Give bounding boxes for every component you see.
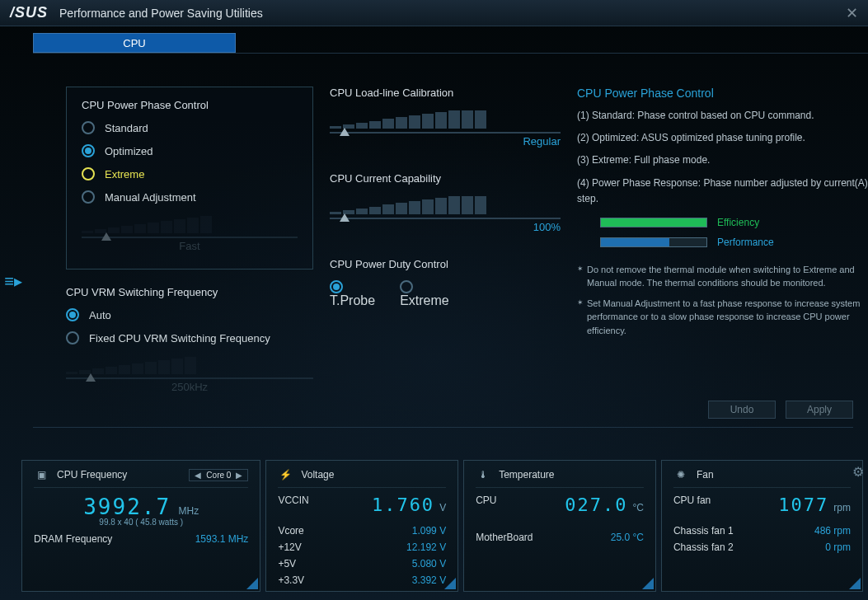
chevron-right-icon[interactable]: ▶	[234, 471, 244, 480]
tab-cpu[interactable]: CPU	[33, 33, 236, 53]
help-title: CPU Power Phase Control	[577, 87, 868, 100]
chevron-left-icon[interactable]: ◀	[193, 471, 203, 480]
performance-label: Performance	[717, 237, 774, 248]
phase-slider-bars	[82, 215, 298, 233]
help-l2: (2) Optimized: ASUS optimized phase tuni…	[577, 130, 868, 146]
current-bars	[330, 196, 561, 214]
cpu-freq-panel: ▣ CPU Frequency ◀ Core 0 ▶ 3992.7 MHz 99…	[21, 460, 260, 592]
temperature-label: Temperature	[499, 469, 554, 480]
loadline-value: Regular	[330, 135, 561, 148]
radio-duty-extreme[interactable]: Extreme	[400, 280, 449, 308]
asus-logo: /SUS	[10, 4, 48, 21]
efficiency-label: Efficiency	[717, 217, 759, 228]
help-l3: (3) Extreme: Full phase mode.	[577, 152, 868, 168]
cpu-temp-label: CPU	[476, 495, 496, 515]
performance-bar-row: Performance	[600, 237, 868, 248]
current-title: CPU Current Capability	[330, 172, 561, 185]
vrm-khz: 250kHz	[66, 381, 313, 393]
phase-slider	[82, 237, 298, 238]
loadline-slider[interactable]	[330, 132, 561, 134]
vccin-value: 1.760	[372, 495, 434, 515]
main-content: ≡▸ CPU Power Phase Control Standard Opti…	[33, 54, 853, 428]
fan-panel: ⚙ ✺ Fan CPU fan 1077rpm Chassis fan 1486…	[661, 460, 863, 592]
phase-fast-label: Fast	[82, 240, 298, 252]
fan-icon: ✺	[673, 467, 688, 482]
vrm-slider	[66, 377, 313, 379]
vrm-title: CPU VRM Switching Frequency	[66, 286, 313, 298]
expand-handle-icon[interactable]: ≡▸	[0, 268, 26, 294]
cpu-fan-value: 1077	[778, 495, 828, 515]
thermometer-icon: 🌡	[476, 467, 490, 482]
duty-title: CPU Power Duty Control	[330, 258, 561, 270]
mb-temp-label: MotherBoard	[476, 532, 533, 543]
help-note2: Set Manual Adjustment to a fast phase re…	[577, 297, 868, 338]
cpu-icon: ▣	[34, 467, 49, 482]
radio-manual[interactable]: Manual Adjustment	[82, 190, 298, 204]
radio-standard[interactable]: Standard	[82, 121, 298, 134]
cpu-freq-label: CPU Frequency	[57, 469, 127, 480]
gear-icon[interactable]: ⚙	[852, 464, 864, 480]
core-spinner[interactable]: ◀ Core 0 ▶	[189, 469, 248, 481]
apply-button[interactable]: Apply	[786, 401, 853, 419]
phase-title: CPU Power Phase Control	[82, 99, 298, 111]
close-icon[interactable]: ✕	[846, 4, 858, 22]
phase-control-panel: CPU Power Phase Control Standard Optimiz…	[66, 87, 313, 270]
radio-vrm-fixed[interactable]: Fixed CPU VRM Switching Frequency	[66, 331, 313, 345]
cpu-mhz: 3992.7	[83, 495, 171, 519]
radio-duty-tprobe[interactable]: T.Probe	[330, 280, 375, 308]
help-note1: Do not remove the thermal module when sw…	[577, 263, 868, 290]
resize-icon[interactable]	[849, 578, 861, 589]
radio-extreme[interactable]: Extreme	[82, 167, 298, 180]
window-title: Performance and Power Saving Utilities	[59, 7, 846, 20]
fan-label: Fan	[697, 469, 714, 480]
dram-value: 1593.1 MHz	[195, 533, 249, 545]
cpu-temp-value: 027.0	[565, 495, 627, 515]
vrm-slider-bars	[66, 356, 313, 374]
temperature-panel: 🌡 Temperature CPU 027.0°C MotherBoard 25…	[463, 460, 656, 592]
undo-button[interactable]: Undo	[708, 401, 776, 419]
resize-icon[interactable]	[642, 578, 654, 589]
dram-label: DRAM Frequency	[34, 533, 112, 545]
current-slider[interactable]	[330, 218, 561, 219]
voltage-panel: ⚡ Voltage VCCIN 1.760V Vcore1.099 V +12V…	[265, 460, 458, 592]
cpu-sub: 99.8 x 40 ( 45.8 watts )	[34, 518, 248, 527]
cpu-fan-label: CPU fan	[673, 495, 711, 515]
help-l1: (1) Standard: Phase control based on CPU…	[577, 108, 868, 124]
loadline-title: CPU Load-line Calibration	[330, 87, 561, 99]
vccin-label: VCCIN	[278, 495, 308, 515]
current-value: 100%	[330, 221, 561, 233]
radio-optimized[interactable]: Optimized	[82, 144, 298, 157]
mb-temp-value: 25.0 °C	[611, 532, 644, 543]
voltage-label: Voltage	[301, 469, 334, 480]
radio-vrm-auto[interactable]: Auto	[66, 308, 313, 321]
status-bar: ▣ CPU Frequency ◀ Core 0 ▶ 3992.7 MHz 99…	[21, 460, 863, 592]
titlebar: /SUS Performance and Power Saving Utilit…	[0, 0, 868, 26]
help-l4: (4) Power Phase Response: Phase number a…	[577, 176, 868, 207]
resize-icon[interactable]	[246, 578, 258, 589]
bolt-icon: ⚡	[278, 467, 293, 482]
loadline-bars	[330, 110, 561, 129]
efficiency-bar-row: Efficiency	[600, 217, 868, 228]
resize-icon[interactable]	[444, 578, 456, 589]
tab-row: CPU	[33, 33, 868, 54]
